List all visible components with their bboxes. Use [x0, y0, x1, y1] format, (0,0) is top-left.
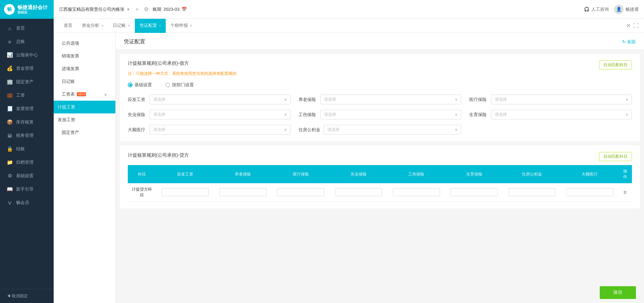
- radio-basic[interactable]: 基础设置: [128, 82, 152, 88]
- sidebar-item-home[interactable]: ⌂ 首页: [0, 21, 54, 35]
- page-content: 凭证配置 ↻ 刷新 计提核算规则(公司承担)-借方 自动匹配科目 注：只能选择一…: [116, 33, 644, 303]
- label-ylbx2: 医疗保险: [469, 97, 488, 103]
- col-header-deyly: 大额医疗: [561, 165, 619, 183]
- section-credit: 计提核算规则(公司承担)-贷方 自动匹配科目 科目 应发工资 养老保险 医疗保险…: [120, 145, 640, 208]
- logo-title: 畅捷通好会计: [17, 4, 48, 10]
- input-deyly[interactable]: [566, 188, 613, 196]
- row-label: 计提贷方科目: [128, 183, 156, 202]
- select-ylbx[interactable]: 请选择 ∨: [320, 95, 461, 104]
- menu-purchase-invoice[interactable]: 进项发票: [54, 62, 115, 75]
- sidebar-label-invoice: 发票管理: [16, 106, 34, 112]
- radio-dept-label: 按部门设置: [172, 82, 194, 88]
- menu-label-purchase: 进项发票: [62, 66, 79, 72]
- input-zfgjj[interactable]: [508, 188, 556, 196]
- tab-voucher-config[interactable]: 凭证配置 ×: [135, 19, 166, 33]
- cell-yfgz[interactable]: [156, 183, 214, 202]
- sidebar-item-invoice[interactable]: 🧾 发票管理: [0, 102, 54, 115]
- expand-button[interactable]: ⛶: [633, 23, 639, 29]
- sidebar-item-tax[interactable]: 🏛 税务管理: [0, 129, 54, 142]
- tab-home[interactable]: 首页: [59, 19, 77, 33]
- select-yfgz-arrow: ∨: [284, 97, 287, 102]
- select-sybx[interactable]: 请选择 ∨: [150, 110, 290, 119]
- logo-icon: 畅: [4, 4, 15, 15]
- select-zfgjj[interactable]: 请选择 ∨: [324, 125, 461, 135]
- menu-label-public: 公共选项: [62, 40, 79, 46]
- select-ylbx2[interactable]: 请选择 ∨: [491, 95, 632, 104]
- tab-tax-label: 个税申报: [170, 22, 188, 29]
- reports-icon: 📊: [7, 52, 13, 58]
- save-button[interactable]: 保存: [600, 286, 636, 299]
- tab-funds-close[interactable]: ×: [101, 23, 103, 28]
- sidebar-item-funds[interactable]: 💰 资金管理: [0, 62, 54, 75]
- sidebar-item-reports[interactable]: 📊 云报表中心: [0, 48, 54, 62]
- select-yfgz[interactable]: 请选择 ∨: [150, 95, 290, 104]
- sidebar-item-inventory[interactable]: 📦 库存核算: [0, 115, 54, 129]
- unpin-button[interactable]: ◀ 取消固定: [0, 289, 54, 303]
- select-sybx2-placeholder: 请选择: [495, 112, 507, 117]
- menu-label-calc-salary: 计提工资: [58, 104, 75, 110]
- sidebar-item-guide[interactable]: 📖 新手引导: [0, 183, 54, 196]
- cell-ylbx2[interactable]: [272, 183, 330, 202]
- cell-sybx[interactable]: [330, 183, 387, 202]
- tax-icon: 🏛: [7, 133, 13, 139]
- period-selector[interactable]: 账期 2023-03 📅: [153, 6, 187, 12]
- cell-ylbx[interactable]: [214, 183, 272, 202]
- sidebar-item-salary[interactable]: 💼 工资: [0, 89, 54, 102]
- service-label: 人工咨询: [591, 6, 609, 12]
- sidebar-item-archive[interactable]: 📁 归档管理: [0, 156, 54, 169]
- input-sybx[interactable]: [335, 188, 382, 196]
- menu-label-pay-salary: 发放工资: [58, 117, 75, 123]
- refresh-button[interactable]: ↻ 刷新: [622, 39, 636, 45]
- sidebar-item-fixed-assets[interactable]: 🏢 固定资产: [0, 75, 54, 89]
- radio-by-dept[interactable]: 按部门设置: [165, 82, 194, 88]
- field-gsbx: 工伤保险 请选择 ∨: [299, 110, 461, 119]
- topbar: 江西服宝精品有限责任公司内账张 ▼ + ⚙ 账期 2023-03 📅 🎧 人工咨…: [54, 0, 644, 19]
- input-ylbx2[interactable]: [277, 188, 324, 196]
- sidebar-item-ledger[interactable]: ≡ 总账: [0, 35, 54, 48]
- menu-salary-table[interactable]: 工资表 NEW ∨: [54, 88, 115, 101]
- cell-sybx2[interactable]: [445, 183, 503, 202]
- input-gsbx[interactable]: [393, 188, 440, 196]
- tab-tax-close[interactable]: ×: [190, 23, 192, 28]
- sidebar-item-settings[interactable]: ⚙ 基础设置: [0, 169, 54, 183]
- input-sybx2[interactable]: [450, 188, 498, 196]
- menu-label-sales: 销项发票: [62, 53, 79, 59]
- sidebar-item-vip[interactable]: V 畅会员: [0, 196, 54, 209]
- menu-fixed-assets[interactable]: 固定资产: [54, 126, 115, 139]
- select-gsbx[interactable]: 请选择 ∨: [320, 110, 461, 119]
- close-tab-button[interactable]: ✕: [626, 22, 631, 29]
- cell-action[interactable]: 🗑: [619, 183, 632, 202]
- user-menu[interactable]: 👤 畅捷通: [614, 5, 639, 14]
- tabbar: 首页 资金分析 × 日记账 × 凭证配置 × 个税申报 × ✕ ⛶: [54, 19, 644, 33]
- add-company-button[interactable]: +: [134, 6, 140, 12]
- tab-funds-analysis[interactable]: 资金分析 ×: [77, 19, 108, 33]
- menu-journal[interactable]: 日记账: [54, 75, 115, 88]
- settings-button[interactable]: ⚙: [144, 6, 149, 12]
- input-ylbx[interactable]: [219, 188, 267, 196]
- select-deyly[interactable]: 请选择 ∨: [150, 125, 290, 135]
- cell-gsbx[interactable]: [387, 183, 445, 202]
- tab-voucher-close[interactable]: ×: [159, 23, 161, 28]
- fixed-assets-icon: 🏢: [7, 79, 13, 85]
- menu-calc-salary[interactable]: 计提工资: [54, 101, 115, 113]
- company-selector[interactable]: 江西服宝精品有限责任公司内账张 ▼: [59, 6, 130, 12]
- funds-icon: 💰: [7, 65, 13, 71]
- archive-icon: 📁: [7, 159, 13, 165]
- menu-label-fixed-assets: 固定资产: [62, 130, 79, 136]
- sidebar-item-closing[interactable]: 🔒 结账: [0, 142, 54, 156]
- service-button[interactable]: 🎧 人工咨询: [584, 6, 609, 12]
- auto-match-debit-button[interactable]: 自动匹配科目: [599, 60, 632, 69]
- tab-journal-close[interactable]: ×: [128, 23, 130, 28]
- select-sybx2[interactable]: 请选择 ∨: [491, 110, 632, 119]
- menu-pay-salary[interactable]: 发放工资: [54, 113, 115, 126]
- menu-label-salary-table: 工资表: [62, 91, 75, 97]
- tab-tax-report[interactable]: 个税申报 ×: [166, 19, 197, 33]
- cell-zfgjj[interactable]: [503, 183, 561, 202]
- menu-sales-invoice[interactable]: 销项发票: [54, 50, 115, 62]
- menu-public-options[interactable]: 公共选项: [54, 37, 115, 50]
- cell-deyly[interactable]: [561, 183, 619, 202]
- auto-match-credit-button[interactable]: 自动匹配科目: [599, 152, 632, 161]
- tab-journal[interactable]: 日记账 ×: [108, 19, 135, 33]
- sidebar-label-reports: 云报表中心: [16, 52, 38, 58]
- input-yfgz[interactable]: [162, 188, 209, 196]
